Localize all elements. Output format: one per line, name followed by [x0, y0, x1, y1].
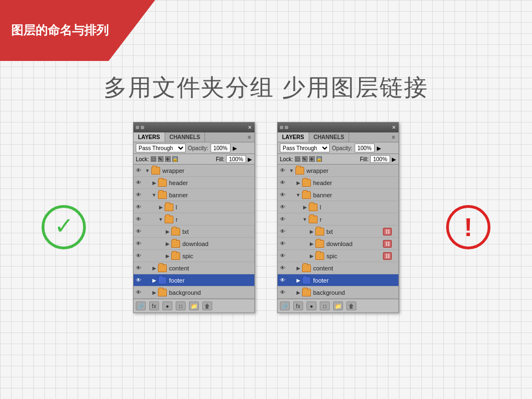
- group-icon-right[interactable]: 📁: [333, 301, 343, 310]
- expand-arrow[interactable]: ▼: [157, 213, 165, 226]
- expand-arrow[interactable]: ▶: [150, 287, 158, 299]
- layer-row-download[interactable]: 👁▶download: [134, 238, 254, 250]
- opacity-arrow-right[interactable]: ▶: [377, 145, 381, 151]
- group-icon-left[interactable]: 📁: [189, 301, 199, 310]
- tab-channels-right[interactable]: CHANNELS: [309, 132, 350, 142]
- layer-row-spic[interactable]: 👁▶spic⛓: [278, 250, 398, 262]
- trash-icon-right[interactable]: 🗑: [346, 301, 356, 310]
- eye-icon[interactable]: 👁: [278, 213, 288, 226]
- mask-icon-right[interactable]: □: [320, 301, 330, 310]
- expand-arrow[interactable]: ▶: [163, 238, 171, 250]
- link-chain-icon[interactable]: ⛓: [383, 252, 392, 260]
- eye-icon[interactable]: 👁: [134, 189, 144, 201]
- eye-icon[interactable]: 👁: [134, 226, 144, 238]
- right-lock-icon-3[interactable]: ✛: [309, 156, 315, 162]
- fill-arrow-right[interactable]: ▶: [392, 156, 396, 162]
- layer-row-wrapper[interactable]: 👁▼wrapper: [134, 165, 254, 177]
- layer-row-download[interactable]: 👁▶download⛓: [278, 238, 398, 250]
- eye-icon[interactable]: 👁: [278, 287, 288, 299]
- blend-mode-left[interactable]: Pass Through: [136, 144, 186, 152]
- layer-row-spic[interactable]: 👁▶spic: [134, 250, 254, 262]
- eye-icon[interactable]: 👁: [134, 177, 144, 189]
- expand-arrow[interactable]: ▼: [294, 189, 302, 201]
- expand-arrow[interactable]: ▶: [150, 274, 158, 287]
- layer-row-wrapper[interactable]: 👁▼wrapper: [278, 165, 398, 177]
- opacity-arrow-left[interactable]: ▶: [233, 145, 237, 151]
- eye-icon[interactable]: 👁: [134, 238, 144, 250]
- lock-icon-2[interactable]: ✎: [158, 156, 163, 162]
- expand-arrow[interactable]: ▶: [294, 262, 302, 274]
- mask-icon-left[interactable]: □: [176, 301, 186, 310]
- layer-row-content[interactable]: 👁▶content: [134, 262, 254, 274]
- expand-arrow[interactable]: ▶: [294, 177, 302, 189]
- opacity-value-left[interactable]: [211, 144, 231, 152]
- fill-arrow-left[interactable]: ▶: [248, 156, 252, 162]
- opacity-value-right[interactable]: [355, 144, 375, 152]
- expand-arrow[interactable]: ▼: [144, 165, 151, 177]
- lock-icon-1[interactable]: □: [151, 156, 156, 162]
- adj-icon-left[interactable]: ●: [162, 301, 172, 310]
- link-chain-icon[interactable]: ⛓: [383, 228, 392, 236]
- eye-icon[interactable]: 👁: [278, 226, 288, 238]
- layer-row-footer[interactable]: 👁▶footer: [134, 274, 254, 287]
- layer-row-r[interactable]: 👁▼r: [134, 213, 254, 226]
- expand-arrow[interactable]: ▶: [163, 226, 171, 238]
- eye-icon[interactable]: 👁: [278, 274, 288, 287]
- expand-arrow[interactable]: ▶: [150, 177, 158, 189]
- tab-menu-left[interactable]: ≡: [244, 132, 254, 142]
- link-icon-left[interactable]: 🔗: [136, 301, 146, 310]
- layer-row-l[interactable]: 👁▶l: [134, 201, 254, 213]
- eye-icon[interactable]: 👁: [134, 287, 144, 299]
- eye-icon[interactable]: 👁: [134, 274, 144, 287]
- layer-row-footer[interactable]: 👁▶footer: [278, 274, 398, 287]
- expand-arrow[interactable]: ▶: [163, 250, 171, 262]
- layer-row-background[interactable]: 👁▶background: [134, 287, 254, 299]
- expand-arrow[interactable]: ▼: [150, 189, 158, 201]
- expand-arrow[interactable]: ▶: [294, 274, 302, 287]
- layer-row-banner[interactable]: 👁▼banner: [278, 189, 398, 201]
- expand-arrow[interactable]: ▶: [308, 238, 315, 250]
- expand-arrow[interactable]: ▶: [301, 201, 309, 213]
- right-lock-icon-1[interactable]: □: [295, 156, 300, 162]
- eye-icon[interactable]: 👁: [278, 177, 288, 189]
- link-icon-right[interactable]: 🔗: [280, 301, 290, 310]
- link-chain-icon[interactable]: ⛓: [383, 240, 392, 248]
- close-btn[interactable]: ✕: [248, 125, 252, 130]
- trash-icon-left[interactable]: 🗑: [202, 301, 212, 310]
- eye-icon[interactable]: 👁: [134, 213, 144, 226]
- expand-arrow[interactable]: ▶: [150, 262, 158, 274]
- expand-arrow[interactable]: ▼: [301, 213, 309, 226]
- eye-icon[interactable]: 👁: [134, 262, 144, 274]
- right-close-btn[interactable]: ✕: [392, 125, 396, 130]
- layer-row-header[interactable]: 👁▶header: [134, 177, 254, 189]
- layer-row-banner[interactable]: 👁▼banner: [134, 189, 254, 201]
- layer-row-content[interactable]: 👁▶content: [278, 262, 398, 274]
- eye-icon[interactable]: 👁: [278, 238, 288, 250]
- fill-value-left[interactable]: [226, 155, 246, 163]
- layer-row-header[interactable]: 👁▶header: [278, 177, 398, 189]
- eye-icon[interactable]: 👁: [134, 201, 144, 213]
- right-lock-icon-2[interactable]: ✎: [302, 156, 308, 162]
- blend-mode-right[interactable]: Pass Through: [280, 144, 330, 152]
- layer-row-txt[interactable]: 👁▶txt: [134, 226, 254, 238]
- layer-row-r[interactable]: 👁▼r: [278, 213, 398, 226]
- expand-arrow[interactable]: ▶: [308, 226, 315, 238]
- tab-menu-right[interactable]: ≡: [388, 132, 398, 142]
- eye-icon[interactable]: 👁: [134, 250, 144, 262]
- expand-arrow[interactable]: ▶: [308, 250, 315, 262]
- lock-icon-3[interactable]: ✛: [165, 156, 171, 162]
- eye-icon[interactable]: 👁: [278, 262, 288, 274]
- eye-icon[interactable]: 👁: [134, 165, 144, 177]
- right-lock-icon-4[interactable]: 🔒: [316, 156, 322, 162]
- layer-row-l[interactable]: 👁▶l: [278, 201, 398, 213]
- eye-icon[interactable]: 👁: [278, 201, 288, 213]
- fill-value-right[interactable]: [370, 155, 390, 163]
- expand-arrow[interactable]: ▶: [294, 287, 302, 299]
- tab-layers-right[interactable]: LAYERS: [278, 132, 309, 142]
- layer-row-background[interactable]: 👁▶background: [278, 287, 398, 299]
- expand-arrow[interactable]: ▶: [157, 201, 165, 213]
- tab-layers-left[interactable]: LAYERS: [134, 132, 165, 142]
- eye-icon[interactable]: 👁: [278, 250, 288, 262]
- eye-icon[interactable]: 👁: [278, 165, 288, 177]
- lock-icon-4[interactable]: 🔒: [172, 156, 178, 162]
